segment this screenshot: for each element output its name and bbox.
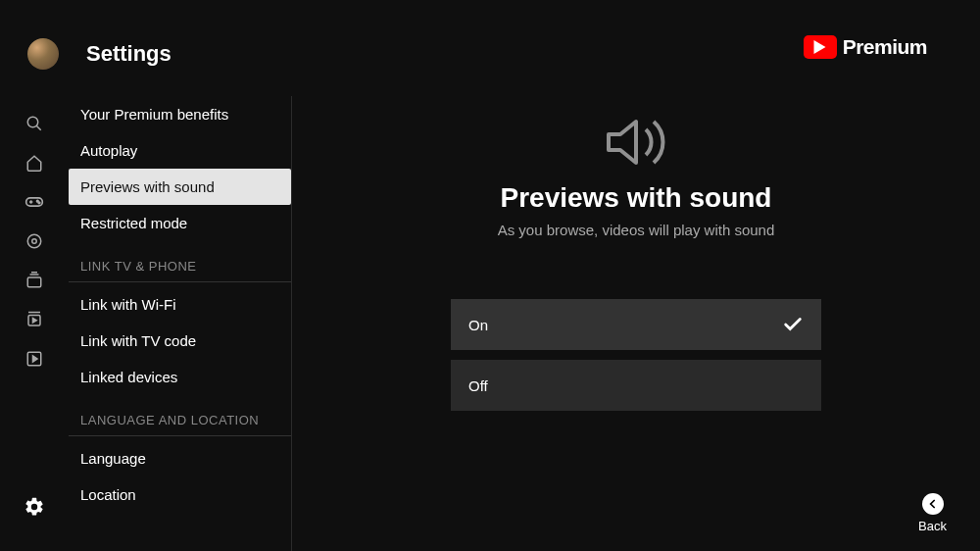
sidebar-item-link-tv-code[interactable]: Link with TV code: [69, 323, 291, 359]
option-on[interactable]: On: [451, 299, 821, 350]
gear-icon[interactable]: [24, 496, 45, 522]
play-icon: [0, 339, 69, 378]
svg-marker-17: [33, 356, 38, 362]
avatar[interactable]: [27, 38, 59, 70]
sidebar-item-previews-with-sound[interactable]: Previews with sound: [69, 169, 291, 205]
svg-marker-18: [609, 122, 636, 163]
section-header-link: LINK TV & PHONE: [69, 241, 291, 282]
gaming-icon: [0, 182, 69, 222]
sidebar-item-link-wifi[interactable]: Link with Wi-Fi: [69, 286, 291, 323]
main-title: Previews with sound: [292, 182, 980, 214]
svg-point-9: [27, 234, 41, 248]
live-icon: [0, 222, 69, 261]
main-subtitle: As you browse, videos will play with sou…: [292, 222, 980, 238]
svg-marker-15: [33, 319, 37, 324]
svg-point-1: [27, 117, 38, 127]
page-title: Settings: [86, 41, 172, 67]
search-icon: [0, 104, 69, 143]
sidebar-item-autoplay[interactable]: Autoplay: [69, 132, 291, 169]
svg-point-7: [38, 202, 40, 204]
section-header-lang: LANGUAGE AND LOCATION: [69, 395, 291, 436]
sidebar-item-language[interactable]: Language: [69, 440, 291, 476]
home-icon: [0, 143, 69, 182]
svg-line-2: [36, 125, 41, 130]
premium-badge: Premium: [804, 35, 927, 59]
sidebar-item-linked-devices[interactable]: Linked devices: [69, 359, 291, 395]
subscriptions-icon: [0, 261, 69, 300]
option-on-label: On: [468, 317, 488, 333]
svg-marker-0: [814, 40, 826, 54]
option-off[interactable]: Off: [451, 360, 821, 411]
svg-rect-10: [27, 277, 41, 287]
check-icon: [782, 313, 804, 337]
sidebar-item-location[interactable]: Location: [69, 476, 291, 513]
svg-point-8: [32, 239, 37, 244]
settings-sidebar: Your Premium benefits Autoplay Previews …: [69, 96, 292, 551]
premium-label: Premium: [843, 35, 927, 59]
option-off-label: Off: [468, 377, 488, 394]
sidebar-item-premium-benefits[interactable]: Your Premium benefits: [69, 96, 291, 132]
back-button[interactable]: Back: [918, 493, 947, 533]
library-icon: [0, 300, 69, 339]
sound-icon: [605, 118, 667, 167]
youtube-logo-icon: [804, 35, 837, 59]
back-label: Back: [918, 519, 947, 533]
main-panel: Previews with sound As you browse, video…: [292, 96, 980, 551]
sidebar-item-restricted-mode[interactable]: Restricted mode: [69, 205, 291, 241]
back-icon: [922, 493, 944, 515]
